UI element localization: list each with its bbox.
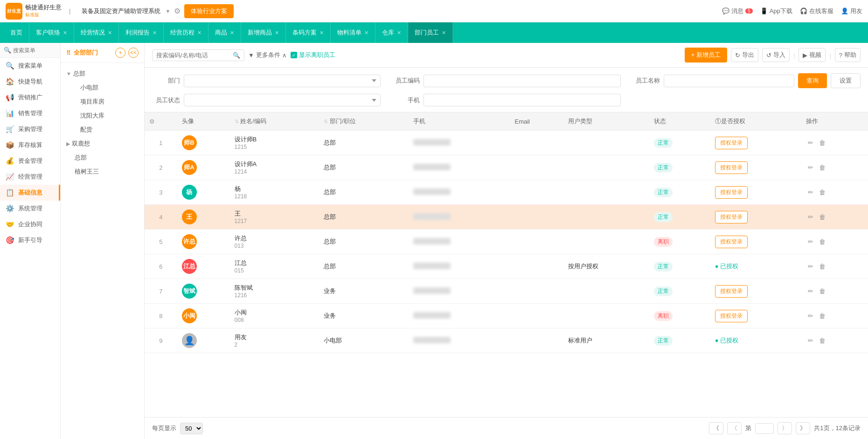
collapse-btn[interactable]: << [128, 48, 139, 58]
edit-btn[interactable]: ✏ [806, 286, 815, 296]
dept-tree-item[interactable]: 沈阳大库 [61, 109, 144, 123]
auth-btn[interactable]: 授权登录 [715, 186, 748, 199]
nav-tab[interactable]: 条码方案✕ [286, 22, 331, 43]
user-btn[interactable]: 👤 用友 [841, 7, 862, 15]
sidebar-item[interactable]: 🏠快捷导航 [0, 74, 60, 90]
phone-input[interactable] [424, 94, 620, 106]
query-btn[interactable]: 查询 [798, 73, 827, 88]
name-code-cell[interactable]: 王1217 [230, 205, 319, 230]
sidebar-item[interactable]: 📦库存核算 [0, 137, 60, 153]
delete-btn[interactable]: 🗑 [817, 138, 827, 147]
auth-btn[interactable]: 授权登录 [715, 310, 748, 322]
export-btn[interactable]: ↻ 导出 [731, 48, 758, 62]
all-dept-label[interactable]: 全部部门 [74, 49, 98, 57]
settings-icon[interactable]: ⚙ [174, 7, 181, 15]
delete-btn[interactable]: 🗑 [817, 237, 827, 246]
nav-tab[interactable]: 经营情况✕ [74, 22, 119, 43]
nav-tab-close-icon[interactable]: ✕ [319, 30, 324, 36]
add-dept-btn[interactable]: + [115, 48, 125, 58]
status-select[interactable] [184, 94, 381, 106]
help-btn[interactable]: ? 帮助 [835, 48, 861, 62]
nav-tab[interactable]: 利润报告✕ [119, 22, 164, 43]
nav-tab-close-icon[interactable]: ✕ [63, 30, 67, 36]
sidebar-item[interactable]: 🎯新手引导 [0, 232, 60, 248]
dept-tree-item[interactable]: 小电部 [61, 81, 144, 95]
first-page-btn[interactable]: 《 [709, 422, 723, 434]
nav-tab-close-icon[interactable]: ✕ [153, 30, 157, 36]
name-code-cell[interactable]: 小闽008 [230, 304, 319, 328]
sort-icon[interactable]: ⇅ [235, 118, 239, 124]
auth-btn[interactable]: 授权登录 [715, 137, 748, 149]
auth-btn[interactable]: 授权登录 [715, 236, 748, 248]
edit-btn[interactable]: ✏ [806, 163, 815, 172]
sidebar-item[interactable]: 🤝企业协同 [0, 216, 60, 232]
nav-tab[interactable]: 物料清单✕ [331, 22, 375, 43]
prev-page-btn[interactable]: 〈 [727, 422, 742, 434]
name-code-cell[interactable]: 许总013 [230, 230, 319, 254]
dept-tree-item[interactable]: 总部 [61, 151, 144, 165]
name-input[interactable] [664, 75, 794, 87]
name-code-cell[interactable]: 杨1218 [230, 180, 319, 205]
trial-button[interactable]: 体验行业方案 [184, 4, 234, 18]
auth-btn[interactable]: 授权登录 [715, 211, 748, 223]
nav-tab-close-icon[interactable]: ✕ [275, 30, 279, 36]
name-code-cell[interactable]: 设计师B1215 [230, 131, 319, 155]
name-code-cell[interactable]: 设计师A1214 [230, 155, 319, 180]
edit-btn[interactable]: ✏ [806, 212, 815, 222]
dept-tree-item[interactable]: ▶ 双鹿想 [61, 137, 144, 151]
delete-btn[interactable]: 🗑 [817, 311, 827, 321]
nav-tab-close-icon[interactable]: ✕ [197, 30, 201, 36]
nav-tab[interactable]: 新增商品✕ [241, 22, 286, 43]
dept-tree-item[interactable]: 项目库房 [61, 95, 144, 109]
delete-btn[interactable]: 🗑 [817, 262, 827, 271]
support-btn[interactable]: 🎧 在线客服 [800, 7, 833, 15]
name-code-cell[interactable]: 用友2 [230, 328, 319, 353]
delete-btn[interactable]: 🗑 [817, 336, 827, 345]
resigned-checkbox[interactable]: ✓ [291, 52, 297, 58]
next-page-btn[interactable]: 〉 [778, 422, 792, 434]
nav-tab[interactable]: 商品✕ [208, 22, 241, 43]
reset-btn[interactable]: 设置 [831, 73, 861, 88]
delete-btn[interactable]: 🗑 [817, 163, 827, 172]
more-filter-btn[interactable]: ▼ 更多条件 ∧ [248, 51, 287, 59]
page-size-select[interactable]: 50 [180, 423, 203, 434]
auth-btn[interactable]: 授权登录 [715, 285, 748, 298]
dept-tree-item[interactable]: 植树王三 [61, 165, 144, 179]
app-download-btn[interactable]: 📱 App下载 [760, 7, 792, 15]
delete-btn[interactable]: 🗑 [817, 212, 827, 222]
nav-tab[interactable]: 部门员工✕ [408, 22, 453, 43]
col-header[interactable]: ⚙ [145, 112, 177, 131]
sidebar-item[interactable]: 📈经营管理 [0, 169, 60, 185]
nav-tab-close-icon[interactable]: ✕ [397, 30, 401, 36]
col-settings-icon[interactable]: ⚙ [149, 118, 155, 125]
search-icon[interactable]: 🔍 [233, 52, 240, 59]
sidebar-item[interactable]: 🔍搜索菜单 [0, 58, 60, 74]
delete-btn[interactable]: 🗑 [817, 286, 827, 296]
show-resigned-toggle[interactable]: ✓ 显示离职员工 [291, 51, 335, 59]
edit-btn[interactable]: ✏ [806, 188, 815, 197]
nav-tab[interactable]: 经营历程✕ [164, 22, 208, 43]
edit-btn[interactable]: ✏ [806, 262, 815, 271]
sidebar-item[interactable]: 💰资金管理 [0, 153, 60, 169]
nav-tab[interactable]: 客户联络✕ [29, 22, 74, 43]
add-employee-btn[interactable]: + 新增员工 [685, 48, 727, 63]
nav-tab-close-icon[interactable]: ✕ [442, 30, 446, 36]
edit-btn[interactable]: ✏ [806, 336, 815, 345]
code-input[interactable] [424, 75, 620, 87]
nav-tab-close-icon[interactable]: ✕ [108, 30, 112, 36]
sidebar-item[interactable]: 🛒采购管理 [0, 121, 60, 137]
message-btn[interactable]: 💬 消息 5 [722, 7, 753, 15]
auth-btn[interactable]: 授权登录 [715, 161, 748, 174]
search-input[interactable] [156, 52, 231, 59]
import-btn[interactable]: ↺ 导入 [762, 48, 790, 62]
name-code-cell[interactable]: 陈智斌1216 [230, 279, 319, 304]
nav-tab[interactable]: 首页 [4, 22, 29, 43]
dept-select[interactable] [184, 75, 381, 87]
name-code-cell[interactable]: 江总015 [230, 254, 319, 279]
sort-icon[interactable]: ⇅ [324, 118, 328, 124]
sys-title-arrow[interactable]: ▼ [165, 8, 170, 14]
dept-tree-item[interactable]: 配货 [61, 123, 144, 137]
delete-btn[interactable]: 🗑 [817, 188, 827, 197]
edit-btn[interactable]: ✏ [806, 311, 815, 321]
last-page-btn[interactable]: 》 [796, 422, 810, 434]
